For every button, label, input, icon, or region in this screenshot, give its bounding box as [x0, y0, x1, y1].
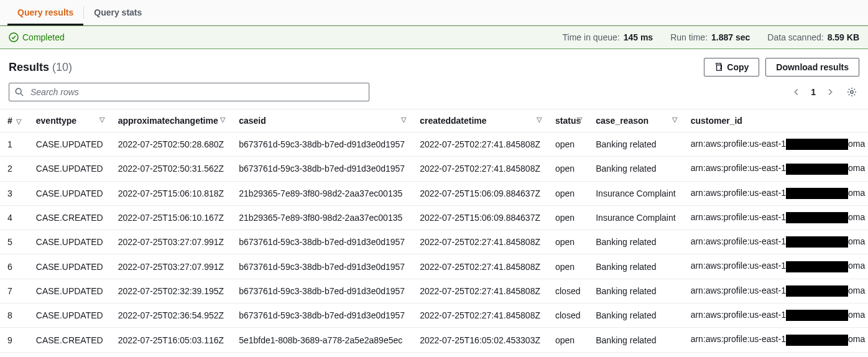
- col-header-caseid[interactable]: caseid▽: [231, 109, 412, 132]
- cell-status: closed: [548, 279, 588, 303]
- table-row: 10CASE.UPDATED2022-07-25T16:05:03.675Z5e…: [0, 352, 868, 357]
- cell-eventtype: CASE.UPDATED: [29, 352, 111, 357]
- col-header-customer-id[interactable]: customer_id: [683, 109, 868, 132]
- cell-case-reason: Banking related: [588, 328, 683, 352]
- col-header-index[interactable]: #▽: [0, 109, 29, 132]
- search-icon: [15, 88, 24, 96]
- tab-query-stats[interactable]: Query stats: [84, 0, 152, 25]
- cell-customer-id: arn:aws:profile:us-east-1oma: [683, 279, 868, 303]
- search-wrap: [9, 83, 369, 101]
- cell-approximatechangetime: 2022-07-25T15:06:10.167Z: [111, 205, 231, 230]
- cell-caseid: b673761d-59c3-38db-b7ed-d91d3e0d1957: [231, 279, 412, 303]
- status-label: Completed: [22, 32, 65, 42]
- cell-index: 9: [0, 328, 29, 352]
- table-row: 5CASE.UPDATED2022-07-25T03:27:07.991Zb67…: [0, 230, 868, 254]
- table-row: 6CASE.UPDATED2022-07-25T03:27:07.991Zb67…: [0, 254, 868, 279]
- cell-approximatechangetime: 2022-07-25T16:05:03.116Z: [111, 328, 231, 352]
- cell-index: 8: [0, 304, 29, 328]
- redacted-block: [786, 164, 848, 175]
- cell-case-reason: Banking related: [588, 352, 683, 357]
- page-prev-button[interactable]: [790, 85, 803, 99]
- sort-icon: ▽: [537, 116, 542, 124]
- redacted-block: [786, 188, 848, 199]
- pagination: 1: [790, 85, 859, 100]
- svg-point-4: [851, 91, 853, 93]
- download-results-button[interactable]: Download results: [765, 58, 859, 76]
- cell-eventtype: CASE.UPDATED: [29, 157, 111, 181]
- cell-eventtype: CASE.CREATED: [29, 328, 111, 352]
- sort-icon: ▽: [401, 116, 406, 124]
- cell-index: 4: [0, 205, 29, 230]
- status-completed: Completed: [9, 32, 65, 42]
- cell-case-reason: Insurance Complaint: [588, 181, 683, 205]
- cell-status: open: [548, 132, 588, 157]
- cell-status: open: [548, 205, 588, 230]
- cell-approximatechangetime: 2022-07-25T02:32:39.195Z: [111, 279, 231, 303]
- cell-customer-id: arn:aws:profile:us-east-1oma: [683, 181, 868, 205]
- cell-createddatetime: 2022-07-25T16:05:02.453303Z: [412, 352, 548, 357]
- cell-customer-id: arn:aws:profile:us-east-1oma: [683, 304, 868, 328]
- cell-eventtype: CASE.UPDATED: [29, 181, 111, 205]
- cell-createddatetime: 2022-07-25T02:27:41.845808Z: [412, 279, 548, 303]
- copy-button[interactable]: Copy: [704, 58, 759, 76]
- table-row: 9CASE.CREATED2022-07-25T16:05:03.116Z5e1…: [0, 328, 868, 352]
- cell-approximatechangetime: 2022-07-25T02:50:31.562Z: [111, 157, 231, 181]
- cell-status: open: [548, 328, 588, 352]
- results-actions: Copy Download results: [704, 58, 859, 76]
- results-count: (10): [52, 61, 72, 73]
- tab-query-results[interactable]: Query results: [7, 0, 83, 25]
- cell-caseid: 5e1bfde1-808b-3689-a778-2a5e2a89e5ec: [231, 328, 412, 352]
- redacted-block: [786, 335, 848, 346]
- search-input[interactable]: [9, 83, 369, 101]
- cell-case-reason: Banking related: [588, 132, 683, 157]
- copy-icon: [714, 63, 723, 72]
- gear-icon: [847, 87, 857, 97]
- cell-customer-id: arn:aws:profile:us-east-1oma: [683, 205, 868, 230]
- cell-createddatetime: 2022-07-25T15:06:09.884637Z: [412, 205, 548, 230]
- cell-approximatechangetime: 2022-07-25T02:50:28.680Z: [111, 132, 231, 157]
- cell-index: 5: [0, 230, 29, 254]
- cell-index: 7: [0, 279, 29, 303]
- page-next-button[interactable]: [823, 85, 837, 99]
- redacted-block: [786, 310, 848, 321]
- col-header-case-reason[interactable]: case_reason▽: [588, 109, 683, 132]
- results-header: Results (10) Copy Download results: [0, 49, 868, 83]
- cell-eventtype: CASE.UPDATED: [29, 279, 111, 303]
- table-row: 8CASE.UPDATED2022-07-25T02:36:54.952Zb67…: [0, 304, 868, 328]
- cell-caseid: b673761d-59c3-38db-b7ed-d91d3e0d1957: [231, 254, 412, 279]
- col-header-status[interactable]: status▽: [548, 109, 588, 132]
- table-row: 3CASE.UPDATED2022-07-25T15:06:10.818Z21b…: [0, 181, 868, 205]
- cell-case-reason: Banking related: [588, 157, 683, 181]
- sort-icon: ▽: [16, 118, 21, 126]
- col-header-eventtype[interactable]: eventtype▽: [29, 109, 111, 132]
- table-row: 4CASE.CREATED2022-07-25T15:06:10.167Z21b…: [0, 205, 868, 230]
- cell-approximatechangetime: 2022-07-25T03:27:07.991Z: [111, 254, 231, 279]
- cell-caseid: 21b29365-7e89-3f80-98d2-2aa37ec00135: [231, 205, 412, 230]
- col-header-createddatetime[interactable]: createddatetime▽: [412, 109, 548, 132]
- cell-index: 2: [0, 157, 29, 181]
- settings-button[interactable]: [844, 85, 859, 100]
- cell-createddatetime: 2022-07-25T02:27:41.845808Z: [412, 132, 548, 157]
- cell-caseid: 21b29365-7e89-3f80-98d2-2aa37ec00135: [231, 181, 412, 205]
- cell-customer-id: arn:aws:profile:us-east-1oma: [683, 352, 868, 357]
- cell-index: 6: [0, 254, 29, 279]
- col-header-approximatechangetime[interactable]: approximatechangetime▽: [111, 109, 231, 132]
- cell-createddatetime: 2022-07-25T16:05:02.453303Z: [412, 328, 548, 352]
- time-in-queue: Time in queue:145 ms: [563, 32, 653, 42]
- cell-eventtype: CASE.UPDATED: [29, 230, 111, 254]
- cell-case-reason: Banking related: [588, 230, 683, 254]
- tabs: Query results Query stats: [0, 0, 868, 26]
- cell-createddatetime: 2022-07-25T15:06:09.884637Z: [412, 181, 548, 205]
- cell-eventtype: CASE.UPDATED: [29, 132, 111, 157]
- cell-customer-id: arn:aws:profile:us-east-1oma: [683, 132, 868, 157]
- cell-approximatechangetime: 2022-07-25T02:36:54.952Z: [111, 304, 231, 328]
- results-table: #▽ eventtype▽ approximatechangetime▽ cas…: [0, 109, 868, 357]
- chevron-right-icon: [826, 88, 834, 96]
- cell-createddatetime: 2022-07-25T02:27:41.845808Z: [412, 254, 548, 279]
- cell-caseid: 5e1bfde1-808b-3689-a778-2a5e2a89e5ec: [231, 352, 412, 357]
- cell-caseid: b673761d-59c3-38db-b7ed-d91d3e0d1957: [231, 304, 412, 328]
- cell-status: open: [548, 352, 588, 357]
- cell-approximatechangetime: 2022-07-25T15:06:10.818Z: [111, 181, 231, 205]
- status-bar: Completed Time in queue:145 ms Run time:…: [0, 26, 868, 49]
- redacted-block: [786, 285, 848, 297]
